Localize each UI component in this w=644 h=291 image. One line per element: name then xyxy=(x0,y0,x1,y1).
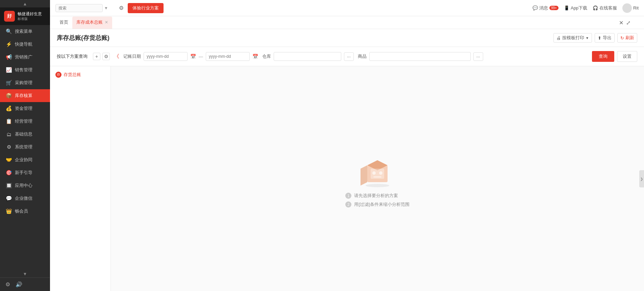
content-body: 存 存货总账 xyxy=(50,66,644,291)
tab-inventory-ledger[interactable]: 库存成本总账 ✕ xyxy=(72,17,112,29)
warehouse-input[interactable] xyxy=(274,52,341,61)
product-filter-row: 商品 ··· xyxy=(358,52,483,61)
messages-btn[interactable]: 💬 消息 99+ xyxy=(532,5,559,11)
export-btn[interactable]: ⬆ 导出 xyxy=(595,33,615,43)
warehouse-label: 仓库 xyxy=(262,53,271,59)
side-panel-toggle[interactable]: ❯ xyxy=(639,170,644,187)
avatar xyxy=(622,3,632,13)
print-btn[interactable]: 🖨 按模板打印 ▼ xyxy=(553,33,592,43)
sidebar-scroll-down[interactable]: ▼ xyxy=(0,270,50,277)
scheme-icon: 存 xyxy=(55,72,61,78)
industry-btn[interactable]: 体验行业方案 xyxy=(128,3,164,13)
left-scheme-panel: 存 存货总账 xyxy=(50,66,111,291)
query-btn[interactable]: 查询 xyxy=(592,51,614,62)
tab-close-btn[interactable]: ✕ xyxy=(619,19,623,26)
empty-tip-2: 2 用[过滤]条件来缩小分析范围 xyxy=(345,201,409,208)
online-support-btn[interactable]: 🎧 在线客服 xyxy=(593,5,617,11)
product-label: 商品 xyxy=(358,53,367,59)
app-download-btn[interactable]: 📱 App下载 xyxy=(564,5,587,11)
logo-icon: 好 xyxy=(4,11,15,22)
tab-expand-btn[interactable]: ⤢ xyxy=(626,19,630,26)
operations-icon: 📋 xyxy=(5,118,12,124)
sidebar-item-appcenter[interactable]: 🔲 应用中心 xyxy=(0,179,50,192)
collapse-icon[interactable]: 《 xyxy=(114,53,119,60)
empty-tips: 1 请先选择要分析的方案 2 用[过滤]条件来缩小分析范围 xyxy=(345,193,409,208)
calendar-start-icon[interactable]: 📅 xyxy=(190,54,196,59)
topbar-search-dropdown[interactable]: ▼ xyxy=(104,6,108,10)
sidebar-scroll-up[interactable]: ▲ xyxy=(0,0,50,7)
sidebar-item-search[interactable]: 🔍 搜索菜单 xyxy=(0,25,50,38)
sidebar-item-newbie[interactable]: 🎯 新手引导 xyxy=(0,166,50,179)
sidebar-item-enterprise[interactable]: 🤝 企业协同 xyxy=(0,153,50,166)
calendar-end-icon[interactable]: 📅 xyxy=(252,54,258,59)
empty-state: 1 请先选择要分析的方案 2 用[过滤]条件来缩小分析范围 xyxy=(345,150,409,208)
svg-rect-6 xyxy=(373,176,381,177)
edit-scheme-btn[interactable]: ⚙ xyxy=(102,53,110,60)
scheme-item-inventory[interactable]: 存 存货总账 xyxy=(50,69,110,80)
sales-icon: 📈 xyxy=(5,67,12,73)
tabs-bar: 首页 库存成本总账 ✕ ✕ ⤢ xyxy=(50,16,644,29)
product-input[interactable] xyxy=(369,52,471,61)
user-profile[interactable]: Rit xyxy=(622,3,639,13)
filter-action-buttons: + ⚙ xyxy=(93,53,110,60)
page-content: 库存总账(存货总账) 🖨 按模板打印 ▼ ⬆ 导出 ↻ 刷新 按以下方案查询 xyxy=(50,29,644,291)
tab-controls: ✕ ⤢ xyxy=(619,19,630,26)
svg-marker-2 xyxy=(361,165,367,186)
main-area: ▼ ⚙ 体验行业方案 💬 消息 99+ 📱 App下载 🎧 在线客服 Rit xyxy=(50,0,644,291)
sidebar-item-capital[interactable]: 💰 资金管理 xyxy=(0,102,50,115)
member-icon: 👑 xyxy=(5,208,12,214)
add-scheme-btn[interactable]: + xyxy=(93,53,100,60)
quicknav-icon: ⚡ xyxy=(5,41,12,47)
date-separator: — xyxy=(199,54,203,59)
filter-settings-btn[interactable]: 设置 xyxy=(617,51,637,62)
refresh-icon: ↻ xyxy=(620,35,624,41)
logo-text: 畅捷通好生意 标准版 xyxy=(18,11,42,22)
sidebar-item-member[interactable]: 👑 畅会员 xyxy=(0,205,50,218)
sidebar-item-inventory[interactable]: 📦 库存核算 xyxy=(0,89,50,102)
wechat-icon: 💬 xyxy=(5,195,12,201)
refresh-btn[interactable]: ↻ 刷新 xyxy=(617,33,637,43)
enterprise-icon: 🤝 xyxy=(5,157,12,163)
search-menu-icon: 🔍 xyxy=(5,28,12,34)
sidebar-bottom: ⚙ 🔊 xyxy=(0,277,50,291)
topbar-search-area[interactable]: ▼ xyxy=(55,4,116,12)
tab-home[interactable]: 首页 xyxy=(55,17,72,29)
print-dropdown-icon: ▼ xyxy=(586,36,589,40)
settings-bottom-icon[interactable]: ⚙ xyxy=(5,281,10,288)
message-icon: 💬 xyxy=(532,5,538,10)
empty-illustration xyxy=(357,150,398,187)
sidebar-item-sales[interactable]: 📈 销售管理 xyxy=(0,64,50,76)
page-header: 库存总账(存货总账) 🖨 按模板打印 ▼ ⬆ 导出 ↻ 刷新 xyxy=(50,29,644,47)
topbar-right: 💬 消息 99+ 📱 App下载 🎧 在线客服 Rit xyxy=(532,3,639,13)
svg-point-5 xyxy=(379,171,382,175)
sidebar: ▲ 好 畅捷通好生意 标准版 🔍 搜索菜单 ⚡ 快捷导航 📢 营销推广 📈 销售… xyxy=(0,0,50,291)
svg-point-4 xyxy=(372,171,376,175)
speaker-icon[interactable]: 🔊 xyxy=(16,281,22,288)
tab-close-icon[interactable]: ✕ xyxy=(105,20,108,25)
date-label: 记账日期 xyxy=(123,53,141,59)
topbar-settings-icon[interactable]: ⚙ xyxy=(119,5,124,11)
sidebar-item-marketing[interactable]: 📢 营销推广 xyxy=(0,51,50,64)
date-start-input[interactable] xyxy=(144,52,188,61)
sidebar-item-basic[interactable]: 🗂 基础信息 xyxy=(0,128,50,141)
svg-point-7 xyxy=(366,184,389,187)
topbar: ▼ ⚙ 体验行业方案 💬 消息 99+ 📱 App下载 🎧 在线客服 Rit xyxy=(50,0,644,16)
system-icon: ⚙ xyxy=(5,144,12,150)
warehouse-more-btn[interactable]: ··· xyxy=(344,52,354,61)
headset-icon: 🎧 xyxy=(593,5,598,10)
right-main-content: 1 请先选择要分析的方案 2 用[过滤]条件来缩小分析范围 xyxy=(111,66,644,291)
sidebar-item-purchase[interactable]: 🛒 采购管理 xyxy=(0,76,50,89)
messages-badge: 99+ xyxy=(549,6,559,10)
sidebar-item-wechat[interactable]: 💬 企业微信 xyxy=(0,192,50,205)
sidebar-item-operations[interactable]: 📋 经营管理 xyxy=(0,115,50,128)
print-icon: 🖨 xyxy=(556,35,561,41)
inventory-icon: 📦 xyxy=(5,93,12,99)
sidebar-item-system[interactable]: ⚙ 系统管理 xyxy=(0,141,50,153)
search-input[interactable] xyxy=(55,4,103,12)
product-more-btn[interactable]: ··· xyxy=(473,52,483,61)
sidebar-item-quicknav[interactable]: ⚡ 快捷导航 xyxy=(0,38,50,51)
tip-num-1: 1 xyxy=(345,193,351,199)
date-filter-row: 记账日期 📅 — 📅 xyxy=(123,52,258,61)
warehouse-filter-row: 仓库 ··· xyxy=(262,52,354,61)
date-end-input[interactable] xyxy=(206,52,250,61)
